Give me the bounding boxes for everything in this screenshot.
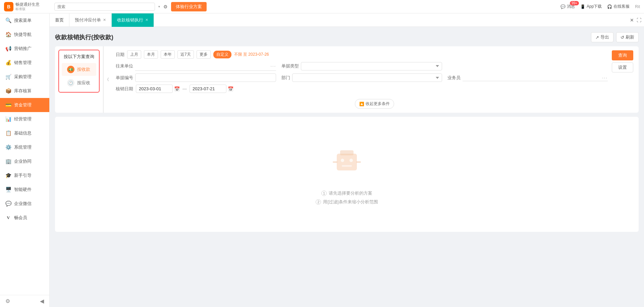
logo-icon: B (4, 2, 13, 11)
empty-hint-1: 1 请先选择要分析的方案 (321, 190, 372, 196)
employee-more-icon[interactable]: ··· (602, 75, 608, 80)
member-icon: V (5, 215, 11, 220)
search-row-3-fields: 单据编号 部门 (116, 73, 608, 82)
empty-hint-2: 2 用[过滤]条件来缩小分析范围 (316, 199, 378, 205)
doc-type-select[interactable] (301, 62, 442, 70)
user-menu[interactable]: Rit (635, 4, 640, 9)
more-btn[interactable]: 更多 (197, 50, 211, 59)
sidebar-settings-icon[interactable]: ⚙ (5, 298, 10, 304)
solution-button[interactable]: 体验行业方案 (171, 2, 207, 11)
system-icon: ⚙️ (5, 144, 11, 150)
sidebar-item-quick-nav[interactable]: 🏠 快捷导航 (0, 28, 49, 42)
counterpart-input[interactable] (135, 62, 270, 70)
purchase-icon: 🛒 (5, 74, 11, 80)
headset-icon: 🎧 (607, 4, 612, 9)
sidebar-item-sales[interactable]: 💰 销售管理 (0, 56, 49, 70)
filter-sidebar: 按以下方案查询 💵 按收款 🕐 按应收 (55, 46, 103, 113)
sidebar-item-search-menu[interactable]: 🔍 搜索菜单 (0, 13, 49, 28)
tab-advance[interactable]: 预付冲应付单 ✕ (69, 13, 112, 27)
online-service-button[interactable]: 🎧 在线客服 (607, 4, 630, 9)
tab-collection[interactable]: 收款核销执行 ✕ (112, 13, 154, 27)
sidebar-bottom: ⚙ ◀ (0, 295, 49, 307)
nucle-date-start-wrapper: 📅 (136, 85, 180, 93)
dept-select[interactable] (292, 73, 442, 82)
page-content: 收款核销执行(按收款) ↗ 导出 ↺ 刷新 按以下方案 (50, 27, 644, 307)
filter-sidebar-inner: 按以下方案查询 💵 按收款 🕐 按应收 (58, 50, 100, 93)
search-form: 日期 上月 本月 本年 近7天 更多 自定义 不限 至 2023-07-26 (110, 46, 639, 113)
export-button[interactable]: ↗ 导出 (591, 32, 613, 42)
sidebar-item-wechat[interactable]: 💬 企业微信 (0, 197, 49, 211)
svg-point-2 (341, 159, 344, 162)
filter-item-by-receivable[interactable]: 🕐 按应收 (62, 76, 96, 89)
setting-button[interactable]: 设置 (612, 62, 633, 72)
settings-gear-icon[interactable]: ⚙ (163, 4, 168, 9)
capital-icon: 💳 (5, 102, 11, 108)
nucle-date-field: 核销日期 📅 — 📅 (116, 85, 608, 93)
counterpart-more-icon[interactable]: ··· (270, 63, 276, 68)
svg-rect-1 (340, 150, 354, 155)
collapse-chevron-icon: 🔼 (359, 102, 364, 106)
doc-type-field: 单据类型 (281, 62, 442, 70)
sidebar-item-inventory[interactable]: 📦 库存核算 (0, 84, 49, 98)
empty-state: 1 请先选择要分析的方案 2 用[过滤]条件来缩小分析范围 (55, 117, 639, 232)
phone-icon: 📱 (580, 4, 585, 9)
messages-button[interactable]: 💬 消息 99+ (560, 4, 575, 9)
tab-close-all-icon[interactable]: ✕ (630, 17, 634, 23)
sidebar-item-capital[interactable]: 💳 资金管理 (0, 98, 49, 112)
sidebar-item-enterprise[interactable]: 🏢 企业协同 (0, 154, 49, 168)
main-area: 首页 预付冲应付单 ✕ 收款核销执行 ✕ ✕ ⛶ 收款核销执行(按收款) (50, 13, 644, 307)
nucle-date-end-wrapper: 📅 (190, 85, 233, 93)
employee-field: 业务员 ··· (447, 74, 608, 81)
date-field: 日期 上月 本月 本年 近7天 更多 自定义 不限 至 2023-07-26 (116, 50, 608, 59)
last-month-btn[interactable]: 上月 (127, 50, 141, 59)
sidebar-item-operation[interactable]: 📊 经营管理 (0, 112, 49, 126)
doc-no-field: 单据编号 (116, 73, 276, 82)
empty-state-illustration (330, 144, 364, 184)
refresh-button[interactable]: ↺ 刷新 (616, 32, 639, 42)
sidebar-item-member[interactable]: V 畅会员 (0, 211, 49, 225)
last-7days-btn[interactable]: 近7天 (177, 50, 194, 59)
this-year-btn[interactable]: 本年 (161, 50, 175, 59)
nucle-date-end-calendar-icon[interactable]: 📅 (228, 86, 233, 92)
search-input[interactable] (54, 3, 155, 11)
refresh-icon: ↺ (621, 35, 624, 40)
tab-collection-close-icon[interactable]: ✕ (145, 18, 148, 22)
nucle-date-start-calendar-icon[interactable]: 📅 (174, 86, 180, 92)
doc-type-label: 单据类型 (281, 63, 299, 69)
export-icon: ↗ (595, 35, 599, 40)
counterpart-label: 往来单位 (116, 63, 133, 69)
sidebar-collapse-icon[interactable]: ◀ (40, 298, 44, 304)
sidebar-item-basic[interactable]: 📋 基础信息 (0, 126, 49, 140)
empty-state-icon (330, 144, 364, 177)
page-header-actions: ↗ 导出 ↺ 刷新 (591, 32, 639, 42)
nucle-date-start-input[interactable] (136, 85, 173, 93)
wechat-icon: 💬 (5, 201, 11, 207)
sidebar-item-marketing[interactable]: 📢 营销推广 (0, 42, 49, 56)
svg-point-3 (350, 159, 353, 162)
filter-item-by-receipt[interactable]: 💵 按收款 (62, 63, 96, 76)
query-button[interactable]: 查询 (612, 50, 633, 60)
custom-btn[interactable]: 自定义 (213, 51, 231, 58)
search-row-1: 日期 上月 本月 本年 近7天 更多 自定义 不限 至 2023-07-26 (116, 50, 633, 96)
nucle-date-end-input[interactable] (190, 85, 226, 93)
page-header: 收款核销执行(按收款) ↗ 导出 ↺ 刷新 (55, 32, 639, 42)
tab-expand-icon[interactable]: ⛶ (637, 17, 641, 23)
page-title: 收款核销执行(按收款) (55, 33, 113, 41)
search-chevron-icon[interactable]: ▾ (158, 5, 160, 8)
tab-advance-close-icon[interactable]: ✕ (103, 18, 106, 22)
sidebar-item-system[interactable]: ⚙️ 系统管理 (0, 140, 49, 154)
sidebar-item-purchase[interactable]: 🛒 采购管理 (0, 70, 49, 84)
this-month-btn[interactable]: 本月 (144, 50, 158, 59)
brand-name: 畅捷通好生意 标准版 (15, 2, 40, 11)
sidebar-item-newbie[interactable]: 🎓 新手引导 (0, 168, 49, 183)
filter-header: 按以下方案查询 (59, 52, 99, 62)
app-download-button[interactable]: 📱 App下载 (580, 4, 602, 9)
collapse-conditions-button[interactable]: 🔼 收起更多条件 (355, 99, 394, 109)
basic-icon: 📋 (5, 130, 11, 136)
doc-no-input[interactable] (135, 73, 276, 82)
filter-toggle-button[interactable]: 《 (103, 46, 110, 113)
employee-input[interactable] (463, 75, 602, 80)
sidebar-item-hardware[interactable]: 🖥️ 智能硬件 (0, 183, 49, 197)
tab-home[interactable]: 首页 (50, 13, 69, 27)
dept-field: 部门 (281, 73, 442, 82)
